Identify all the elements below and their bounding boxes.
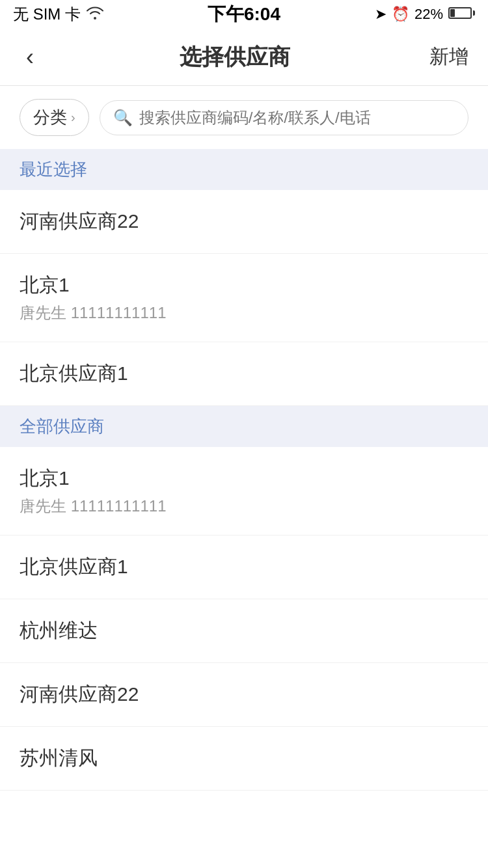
- item-name: 河南供应商22: [20, 681, 468, 708]
- category-label: 分类: [33, 106, 67, 129]
- status-right: ➤ ⏰ 22%: [375, 6, 475, 23]
- all-list-item[interactable]: 苏州清风: [0, 727, 488, 791]
- item-name: 北京1: [20, 465, 468, 492]
- recent-items-list: 河南供应商22北京1唐先生 11111111111北京供应商1: [0, 190, 488, 406]
- recent-section-label: 最近选择: [20, 159, 87, 179]
- battery-text: 22%: [414, 6, 443, 23]
- search-icon: 🔍: [113, 109, 133, 127]
- nav-bar: ‹ 选择供应商 新增: [0, 29, 488, 86]
- location-icon: ➤: [375, 6, 386, 23]
- search-input[interactable]: [139, 109, 455, 127]
- status-time: 下午6:04: [208, 2, 280, 27]
- item-name: 北京供应商1: [20, 360, 468, 387]
- recent-list-item[interactable]: 北京1唐先生 11111111111: [0, 254, 488, 342]
- page-title: 选择供应商: [180, 42, 290, 72]
- all-list-item[interactable]: 河南供应商22: [0, 663, 488, 727]
- status-left: 无 SIM 卡: [13, 4, 104, 25]
- carrier-text: 无 SIM 卡: [13, 4, 81, 25]
- item-name: 杭州维达: [20, 617, 468, 644]
- all-list-item[interactable]: 北京供应商1: [0, 536, 488, 599]
- recent-list-item[interactable]: 河南供应商22: [0, 190, 488, 254]
- all-items-list: 北京1唐先生 11111111111北京供应商1杭州维达河南供应商22苏州清风: [0, 447, 488, 791]
- all-list-item[interactable]: 杭州维达: [0, 599, 488, 663]
- item-sub: 唐先生 11111111111: [20, 496, 468, 517]
- battery-icon: [448, 6, 475, 23]
- search-box[interactable]: 🔍: [100, 100, 468, 135]
- all-section-label: 全部供应商: [20, 416, 104, 436]
- wifi-icon: [86, 5, 104, 23]
- chevron-right-icon: ›: [71, 110, 75, 125]
- item-sub: 唐先生 11111111111: [20, 303, 468, 323]
- back-button[interactable]: ‹: [20, 37, 40, 77]
- all-list-item[interactable]: 北京1唐先生 11111111111: [0, 447, 488, 536]
- recent-list-item[interactable]: 北京供应商1: [0, 342, 488, 406]
- alarm-icon: ⏰: [392, 6, 409, 23]
- status-bar: 无 SIM 卡 下午6:04 ➤ ⏰ 22%: [0, 0, 488, 29]
- item-name: 北京供应商1: [20, 554, 468, 580]
- category-filter[interactable]: 分类 ›: [20, 99, 89, 136]
- item-name: 北京1: [20, 272, 468, 299]
- add-button[interactable]: 新增: [429, 44, 468, 70]
- item-name: 苏州清风: [20, 745, 468, 772]
- filter-bar: 分类 › 🔍: [0, 86, 488, 149]
- item-name: 河南供应商22: [20, 208, 468, 235]
- all-section-header: 全部供应商: [0, 406, 488, 447]
- recent-section-header: 最近选择: [0, 149, 488, 190]
